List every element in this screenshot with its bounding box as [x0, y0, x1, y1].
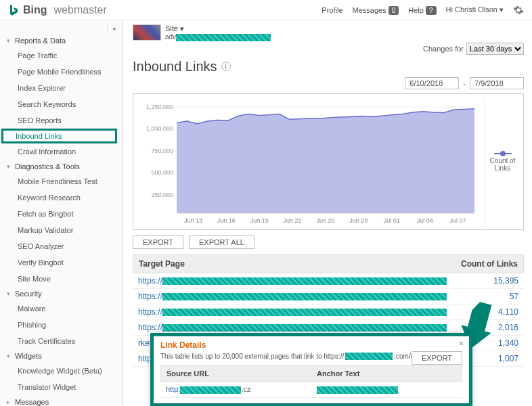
table-header: Target Page Count of Links [133, 254, 524, 273]
sidebar-item-inbound-links[interactable]: Inbound Links [1, 129, 117, 143]
table-row[interactable]: https://15,395 [133, 273, 524, 289]
chart: 1,250,0001,000,000750,000500,000250,000J… [133, 93, 524, 230]
sidebar-item-seo-analyzer[interactable]: SEO Analyzer [0, 238, 123, 254]
sidebar-item-crawl-info[interactable]: Crawl Information [0, 143, 123, 160]
sidebar-item-seo-reports[interactable]: SEO Reports [0, 112, 123, 129]
messages-badge: 0 [389, 6, 399, 15]
svg-text:Jul 01: Jul 01 [384, 217, 400, 224]
svg-text:1,250,000: 1,250,000 [146, 104, 173, 110]
sidebar-widgets[interactable]: ▾Widgets [0, 349, 123, 363]
sidebar-item-mobile-test[interactable]: Mobile Friendliness Test [0, 173, 123, 189]
sidebar-security[interactable]: ▾Security [0, 287, 123, 300]
sidebar-item-page-traffic[interactable]: Page Traffic [0, 47, 123, 64]
info-icon[interactable]: i [221, 62, 231, 71]
export-all-button[interactable]: EXPORT ALL [189, 235, 254, 249]
sidebar-diagnostics[interactable]: ▾Diagnostics & Tools [0, 160, 123, 173]
sidebar-item-search-keywords[interactable]: Search Keywords [0, 96, 123, 112]
bing-icon [8, 4, 19, 16]
sidebar-item-track-certs[interactable]: Track Certificates [0, 333, 123, 349]
popup-title: Link Details [160, 340, 462, 350]
export-button[interactable]: EXPORT [133, 235, 183, 249]
collapse-icon[interactable]: ⋮ ◂ [104, 25, 116, 32]
table-row[interactable]: https://4,110 [133, 304, 524, 320]
brand-bing: Bing [23, 4, 47, 16]
date-from[interactable]: 6/10/2018 [405, 77, 459, 89]
nav-profile[interactable]: Profile [322, 6, 342, 14]
sidebar-item-knowledge-widget[interactable]: Knowledge Widget (Beta) [0, 363, 123, 379]
legend-marker [494, 153, 512, 154]
svg-text:Jun 13: Jun 13 [184, 217, 202, 224]
greeting[interactable]: Hi Christi Olson ▾ [446, 5, 504, 14]
svg-text:Jun 16: Jun 16 [217, 217, 236, 224]
sidebar-item-phishing[interactable]: Phishing [0, 317, 123, 333]
chart-svg: 1,250,0001,000,000750,000500,000250,000J… [136, 98, 481, 227]
brand-webmaster: webmaster [54, 4, 107, 16]
svg-text:Jun 28: Jun 28 [349, 217, 368, 224]
sidebar-reports-data[interactable]: ▾Reports & Data [0, 34, 123, 47]
svg-text:Jun 19: Jun 19 [250, 217, 269, 224]
popup-table-row[interactable]: http:.cz [160, 382, 462, 398]
page-title: Inbound Links i [133, 59, 524, 74]
sidebar-item-translator-widget[interactable]: Translator Widget [0, 379, 123, 395]
svg-text:Jun 22: Jun 22 [284, 217, 302, 224]
changes-label: Changes for [423, 45, 464, 53]
sidebar-item-index-explorer[interactable]: Index Explorer [0, 80, 123, 96]
sidebar: ⋮ ◂ ▾Reports & Data Page Traffic Page Mo… [0, 20, 123, 406]
svg-text:1,000,000: 1,000,000 [146, 125, 173, 132]
nav-messages[interactable]: Messages 0 [353, 6, 399, 14]
link-details-popup: × Link Details This table lists up to 20… [150, 333, 472, 406]
gear-icon[interactable] [513, 5, 524, 16]
popup-table-header: Source URL Anchor Text [160, 365, 462, 382]
sidebar-item-malware[interactable]: Malware [0, 300, 123, 317]
chart-legend: Count of Links [484, 98, 518, 227]
redacted-site [176, 34, 271, 41]
sidebar-item-markup-validator[interactable]: Markup Validator [0, 222, 123, 238]
close-icon[interactable]: × [459, 339, 464, 348]
svg-text:Jun 25: Jun 25 [316, 217, 334, 224]
date-to[interactable]: 7/9/2018 [470, 77, 524, 89]
svg-text:250,000: 250,000 [151, 191, 173, 198]
svg-text:Jul 07: Jul 07 [450, 217, 466, 224]
nav-help[interactable]: Help ? [408, 6, 436, 14]
svg-text:500,000: 500,000 [151, 169, 173, 176]
sidebar-item-keyword-research[interactable]: Keyword Research [0, 189, 123, 206]
site-thumbnail [133, 24, 161, 41]
help-badge: ? [426, 6, 437, 15]
svg-text:750,000: 750,000 [151, 148, 173, 154]
popup-export-button[interactable]: EXPORT [412, 351, 462, 365]
sidebar-item-fetch-bingbot[interactable]: Fetch as Bingbot [0, 206, 123, 222]
site-picker[interactable]: Site ▾ [165, 24, 271, 33]
table-row[interactable]: https://57 [133, 289, 524, 304]
svg-text:Jul 04: Jul 04 [417, 217, 433, 224]
sidebar-item-page-mobile[interactable]: Page Mobile Friendliness [0, 64, 123, 80]
sidebar-item-site-move[interactable]: Site Move [0, 271, 123, 287]
changes-select[interactable]: Last 30 days [466, 43, 524, 55]
logo[interactable]: Bing webmaster [8, 4, 107, 16]
sidebar-item-verify-bingbot[interactable]: Verify Bingbot [0, 254, 123, 271]
sidebar-messages[interactable]: ▸Messages [0, 395, 123, 406]
